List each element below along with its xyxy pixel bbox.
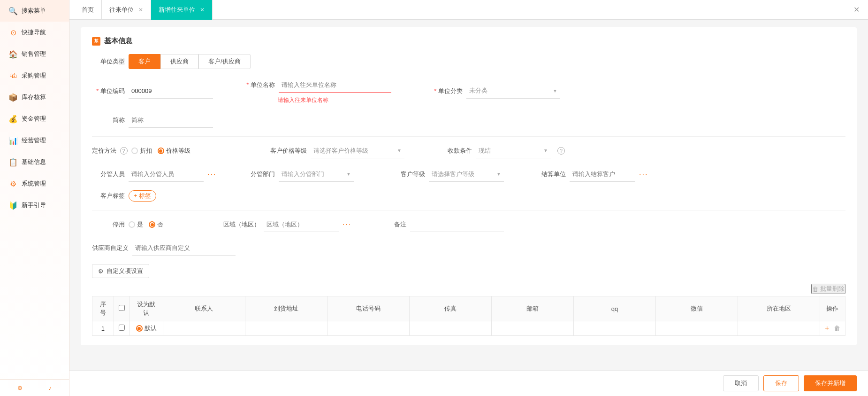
sidebar-item-search[interactable]: 🔍 搜索菜单 xyxy=(0,0,69,22)
sidebar-item-operations[interactable]: 📊 经营管理 xyxy=(0,130,69,151)
unit-code-input[interactable] xyxy=(129,84,213,99)
group-unit-name: * 单位名称 请输入往来单位名称 xyxy=(242,78,430,104)
supplier-custom-input[interactable] xyxy=(132,241,236,256)
row-region-input[interactable] xyxy=(743,325,815,332)
row-fax-input[interactable] xyxy=(414,325,487,332)
tab-home[interactable]: 首页 xyxy=(74,0,102,20)
row-address xyxy=(245,321,327,336)
row-checkbox[interactable] xyxy=(119,325,125,331)
save-button[interactable]: 保存 xyxy=(763,375,799,391)
unit-category-arrow: ▼ xyxy=(553,88,557,93)
unit-type-both-button[interactable]: 客户/供应商 xyxy=(198,54,251,69)
gear-icon: ⚙ xyxy=(98,268,104,275)
sidebar-item-purchase[interactable]: 🛍 采购管理 xyxy=(0,65,69,86)
custom-settings-button[interactable]: ⚙ 自定义项设置 xyxy=(92,264,149,278)
row-qq xyxy=(573,321,655,336)
pricing-discount-radio[interactable]: 折扣 xyxy=(131,147,152,155)
inventory-icon: 📦 xyxy=(8,93,18,102)
group-settlement-unit: 结算单位 ··· xyxy=(533,167,683,182)
group-pricing-method: 定价方法 ? 折扣 价格等级 xyxy=(92,147,270,155)
customer-price-level-label: 客户价格等级 xyxy=(270,147,307,155)
pricing-level-radio[interactable]: 价格等级 xyxy=(158,147,190,155)
disabled-yes-radio[interactable]: 是 xyxy=(129,220,143,229)
payment-terms-select[interactable]: 现结 ▼ xyxy=(476,143,551,158)
unit-code-label: * 单位编码 xyxy=(92,87,125,95)
tab-new-unit[interactable]: 新增往来单位 ✕ xyxy=(151,0,213,20)
unit-type-customer-button[interactable]: 客户 xyxy=(129,54,160,69)
row-disabled-region: 停用 是 否 区 xyxy=(92,217,845,232)
row-wechat-input[interactable] xyxy=(661,325,733,332)
col-wechat: 微信 xyxy=(655,296,738,321)
customer-level-select[interactable]: 请选择客户等级 ▼ xyxy=(429,167,504,182)
group-dept: 分管部门 请输入分管部门 ▼ xyxy=(242,167,392,182)
unit-category-select[interactable]: 未分类 ▼ xyxy=(466,84,560,99)
form-card: 基 基本信息 单位类型 客户 供应商 客户/供应商 * 单位编码 xyxy=(81,27,857,345)
short-name-input[interactable] xyxy=(129,113,213,128)
row-email-input[interactable] xyxy=(496,325,569,332)
settlement-unit-more-icon[interactable]: ··· xyxy=(639,170,648,179)
tabs-bar: 首页 往来单位 ✕ 新增往来单位 ✕ ✕ xyxy=(69,0,868,20)
custom-settings-label: 自定义项设置 xyxy=(107,267,143,275)
disabled-no-radio[interactable]: 否 xyxy=(149,220,163,229)
tab-units[interactable]: 往来单位 ✕ xyxy=(102,0,151,20)
row-delete-button[interactable]: 🗑 xyxy=(834,325,840,332)
save-new-button[interactable]: 保存并新增 xyxy=(804,375,857,391)
sidebar-bottom-icon2[interactable]: ♪ xyxy=(48,384,52,391)
region-input[interactable] xyxy=(264,217,339,232)
form-divider-2 xyxy=(92,210,845,210)
customer-price-level-select[interactable]: 请选择客户价格等级 ▼ xyxy=(311,143,404,158)
sidebar-item-quicknav[interactable]: ⊙ 快捷导航 xyxy=(0,22,69,43)
row-phone xyxy=(327,321,409,336)
manager-input[interactable] xyxy=(129,167,204,182)
row-add-button[interactable]: + xyxy=(825,324,829,332)
dept-select[interactable]: 请输入分管部门 ▼ xyxy=(279,167,354,182)
cancel-button[interactable]: 取消 xyxy=(723,375,759,391)
col-qq: qq xyxy=(573,296,655,321)
required-star: * xyxy=(96,87,99,94)
unit-name-input[interactable] xyxy=(279,78,391,93)
operations-icon: 📊 xyxy=(8,136,18,145)
disabled-no-inner xyxy=(151,223,154,226)
row-checkbox-cell xyxy=(114,321,129,336)
manager-more-icon[interactable]: ··· xyxy=(207,170,216,179)
sidebar-item-basics[interactable]: 📋 基础信息 xyxy=(0,151,69,173)
tab-units-close[interactable]: ✕ xyxy=(138,7,143,13)
payment-terms-help-icon[interactable]: ? xyxy=(557,147,565,155)
section-icon: 基 xyxy=(92,37,100,46)
sidebar-item-label: 新手引导 xyxy=(22,201,46,210)
select-all-checkbox[interactable] xyxy=(119,305,125,311)
group-customer-level: 客户等级 请选择客户等级 ▼ xyxy=(392,167,533,182)
remarks-input[interactable] xyxy=(410,217,504,232)
row-address-input[interactable] xyxy=(250,325,322,332)
customer-level-arrow: ▼ xyxy=(496,171,501,177)
disabled-yes-circle xyxy=(129,221,135,228)
tab-new-unit-close[interactable]: ✕ xyxy=(200,7,205,13)
add-tag-button[interactable]: + 标签 xyxy=(129,190,156,202)
dept-arrow: ▼ xyxy=(346,171,351,177)
sidebar-item-sales[interactable]: 🏠 销售管理 xyxy=(0,43,69,65)
sidebar-item-finance[interactable]: 💰 资金管理 xyxy=(0,108,69,130)
pricing-help-icon[interactable]: ? xyxy=(120,147,128,155)
row-supplier-custom: 供应商自定义 xyxy=(92,241,845,256)
settlement-unit-input[interactable] xyxy=(570,167,635,182)
row-default-radio[interactable]: 默认 xyxy=(135,324,158,333)
contact-table-body: 1 默认 xyxy=(92,321,845,336)
unit-type-supplier-button[interactable]: 供应商 xyxy=(160,54,198,69)
sidebar-item-system[interactable]: ⚙ 系统管理 xyxy=(0,173,69,194)
col-seq: 序号 xyxy=(92,296,114,321)
batch-delete-button[interactable]: 🗑 批量删除 xyxy=(811,284,845,294)
group-region: 区域（地区） ··· xyxy=(223,217,373,232)
tabs-close-all-button[interactable]: ✕ xyxy=(850,3,863,16)
pricing-discount-circle xyxy=(131,148,138,154)
sidebar-item-guide[interactable]: 🔰 新手引导 xyxy=(0,194,69,216)
manager-label: 分管人员 xyxy=(92,170,125,179)
row-pricing: 定价方法 ? 折扣 价格等级 xyxy=(92,143,845,158)
disabled-radio-group: 是 否 xyxy=(129,220,163,229)
sidebar-item-inventory[interactable]: 📦 库存核算 xyxy=(0,86,69,108)
disabled-label: 停用 xyxy=(92,220,125,229)
row-contact-input[interactable] xyxy=(168,325,240,332)
region-more-icon[interactable]: ··· xyxy=(343,220,351,229)
row-phone-input[interactable] xyxy=(332,325,404,332)
row-qq-input[interactable] xyxy=(579,325,651,332)
sidebar-bottom-icon1[interactable]: ⊕ xyxy=(17,384,23,391)
